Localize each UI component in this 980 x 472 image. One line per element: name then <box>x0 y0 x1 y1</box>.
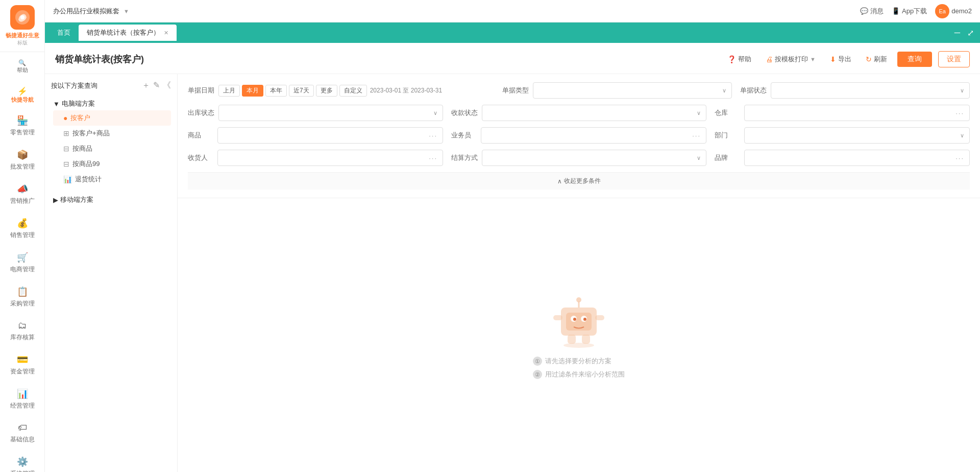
brand-input[interactable]: ··· <box>744 150 970 166</box>
doc-status-label: 单据状态 <box>740 86 767 95</box>
logo-text: 畅捷通好生意 <box>6 32 39 39</box>
doc-status-select[interactable]: ∨ <box>771 82 970 99</box>
user-profile[interactable]: Ea demo2 <box>935 4 972 18</box>
edit-scheme-btn[interactable]: ✎ <box>153 80 160 91</box>
logo-tagline: 标版 <box>17 39 28 46</box>
scheme-by-product[interactable]: ⊟ 按商品 <box>53 141 171 156</box>
mobile-label-text: 移动端方案 <box>60 195 93 204</box>
doc-type-label: 单据类型 <box>502 86 529 95</box>
empty-tip-2: ② 用过滤条件来缩小分析范围 <box>533 370 625 379</box>
warehouse-input[interactable]: ··· <box>744 105 970 121</box>
sidebar-item-quicknav[interactable]: ⚡ 快捷导航 <box>0 81 44 109</box>
scheme-by-product-99[interactable]: ⊟ 按商品99 <box>53 156 171 172</box>
settlement-select[interactable]: ∨ <box>482 150 706 166</box>
sidebar-item-operations[interactable]: 📊 经营管理 <box>0 382 44 416</box>
sidebar-item-ecommerce[interactable]: 🛒 电商管理 <box>0 246 44 280</box>
doc-type-field: 单据类型 ∨ <box>502 82 732 99</box>
goods-input[interactable]: ··· <box>217 127 443 144</box>
logo-icon <box>10 5 35 30</box>
help-label: 帮助 <box>738 55 751 64</box>
tab-close-btn[interactable]: ✕ <box>164 30 168 36</box>
date-label: 单据日期 <box>188 86 214 95</box>
sidebar-item-wholesale[interactable]: 📦 批发管理 <box>0 143 44 177</box>
query-btn[interactable]: 查询 <box>897 52 932 67</box>
date-btn-this-month[interactable]: 本月 <box>242 85 263 97</box>
sidebar-item-retail[interactable]: 🏪 零售管理 <box>0 109 44 143</box>
sidebar-item-sysadmin[interactable]: ⚙️ 系统管理 <box>0 450 44 472</box>
settlement-arrow: ∨ <box>697 155 701 161</box>
scheme-by-customer[interactable]: ● 按客户 <box>53 110 171 126</box>
desktop-scheme: ▼ 电脑端方案 ● 按客户 ⊞ 按客户+商品 ⊟ <box>45 95 177 189</box>
template-print-btn[interactable]: 🖨 按模板打印 ▼ <box>762 53 820 66</box>
filter-sidebar-actions: ＋ ✎ 《 <box>142 80 171 91</box>
doc-status-arrow: ∨ <box>960 87 964 94</box>
out-status-select[interactable]: ∨ <box>218 105 443 121</box>
date-btn-last-month[interactable]: 上月 <box>218 85 240 97</box>
department-arrow: ∨ <box>960 132 964 139</box>
user-avatar: Ea <box>935 4 949 18</box>
app-download-btn[interactable]: 📱 App下载 <box>892 7 927 16</box>
scheme-by-customer-product[interactable]: ⊞ 按客户+商品 <box>53 126 171 141</box>
filter-sidebar-title: 按以下方案查询 <box>51 81 97 90</box>
department-select[interactable]: ∨ <box>744 127 970 144</box>
svg-rect-12 <box>568 335 576 344</box>
message-icon: 💬 <box>860 7 868 15</box>
tab-home[interactable]: 首页 <box>49 25 79 41</box>
collapse-bar[interactable]: ∧ 收起更多条件 <box>188 172 970 190</box>
chart-icon: 📊 <box>63 175 72 183</box>
date-btn-custom[interactable]: 自定义 <box>339 85 367 97</box>
topbar-left: 办公用品行业模拟账套 ▼ <box>53 7 129 16</box>
sidebar-item-inventory[interactable]: 🗂 库存核算 <box>0 314 44 348</box>
date-btn-last-7[interactable]: 近7天 <box>289 85 314 97</box>
svg-point-1 <box>20 15 24 19</box>
sidebar-item-basicinfo[interactable]: 🏷 基础信息 <box>0 416 44 450</box>
filter-row-4: 收货人 ··· 结算方式 ∨ <box>188 150 970 166</box>
settings-btn[interactable]: 设置 <box>938 51 970 67</box>
tab-sales-stats[interactable]: 销货单统计表（按客户） ✕ <box>79 25 177 41</box>
sidebar-item-marketing[interactable]: 📣 营销推广 <box>0 177 44 211</box>
collapse-label: 收起更多条件 <box>564 177 601 185</box>
mobile-scheme-label[interactable]: ▶ 移动端方案 <box>53 193 171 206</box>
consignee-input[interactable]: ··· <box>217 150 443 166</box>
scheme-by-customer-label: 按客户 <box>70 113 90 123</box>
help-icon: ❓ <box>727 55 736 63</box>
goods-label: 商品 <box>188 131 213 140</box>
date-btn-this-year[interactable]: 本年 <box>265 85 287 97</box>
tab-minimize-btn[interactable]: ─ <box>952 26 962 40</box>
sidebar-item-sales[interactable]: 💰 销售管理 <box>0 211 44 246</box>
industry-dropdown-arrow[interactable]: ▼ <box>124 8 129 14</box>
help-btn[interactable]: ❓ 帮助 <box>723 53 755 66</box>
sidebar-item-purchase[interactable]: 📋 采购管理 <box>0 280 44 314</box>
salesperson-dots: ··· <box>692 132 701 139</box>
tab-maximize-btn[interactable]: ⤢ <box>965 26 976 40</box>
empty-tip-1-text: 请先选择要分析的方案 <box>545 357 611 366</box>
consignee-field: 收货人 ··· <box>188 150 443 166</box>
product-99-icon: ⊟ <box>63 160 69 168</box>
refresh-btn[interactable]: ↻ 刷新 <box>862 53 891 66</box>
date-btn-more[interactable]: 更多 <box>316 85 337 97</box>
salesperson-input[interactable]: ··· <box>481 127 706 144</box>
user-avatar-text: Ea <box>939 8 946 14</box>
receipt-status-label: 收款状态 <box>451 108 478 117</box>
svg-point-6 <box>573 318 576 321</box>
scheme-by-product-label: 按商品 <box>72 144 92 153</box>
topbar-right: 💬 消息 📱 App下载 Ea demo2 <box>860 4 972 18</box>
collapse-sidebar-btn[interactable]: 《 <box>163 80 171 91</box>
receipt-status-select[interactable]: ∨ <box>482 105 706 121</box>
scheme-return-stats[interactable]: 📊 退货统计 <box>53 172 171 187</box>
export-btn[interactable]: ⬇ 导出 <box>826 53 855 66</box>
page-title: 销货单统计表(按客户) <box>55 53 144 65</box>
sidebar-item-search[interactable]: 🔍 帮助 <box>0 52 44 81</box>
mobile-scheme: ▶ 移动端方案 <box>45 191 177 208</box>
doc-type-select[interactable]: ∨ <box>533 82 732 99</box>
sidebar-item-finance[interactable]: 💳 资金管理 <box>0 348 44 382</box>
doc-type-arrow: ∨ <box>722 87 726 94</box>
filter-form: 单据日期 上月 本月 本年 近7天 更多 自定义 <box>178 74 980 198</box>
empty-tip-2-text: 用过滤条件来缩小分析范围 <box>545 370 625 379</box>
add-scheme-btn[interactable]: ＋ <box>142 80 150 91</box>
message-btn[interactable]: 💬 消息 <box>860 7 884 16</box>
tabbar: 首页 销货单统计表（按客户） ✕ ─ ⤢ <box>45 22 980 43</box>
user-name: demo2 <box>951 7 972 15</box>
tabbar-actions: ─ ⤢ <box>952 26 976 40</box>
desktop-scheme-label[interactable]: ▼ 电脑端方案 <box>53 97 171 110</box>
